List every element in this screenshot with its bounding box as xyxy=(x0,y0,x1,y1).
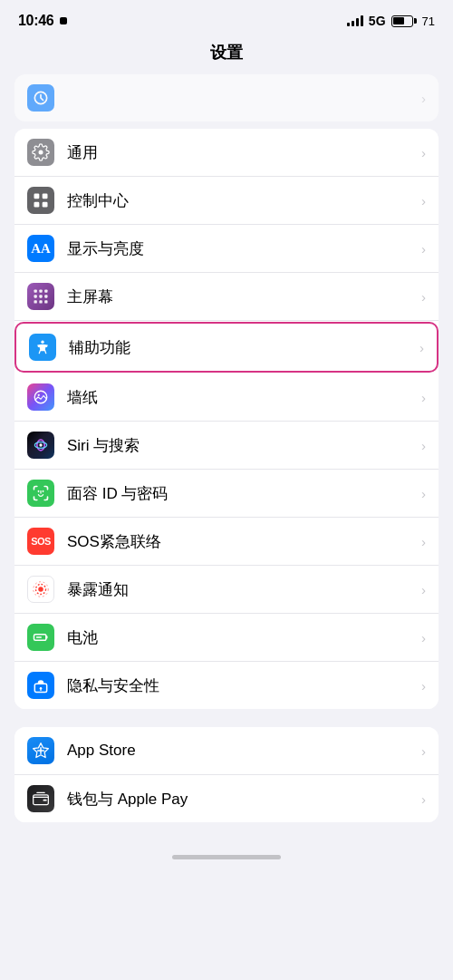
page-title: 设置 xyxy=(210,44,243,62)
svg-point-17 xyxy=(38,394,40,396)
home-screen-label: 主屏幕 xyxy=(67,286,416,307)
settings-group-2: App Store › 钱包与 Apple Pay › xyxy=(14,727,439,822)
recording-indicator xyxy=(60,17,67,24)
siri-label: Siri 与搜索 xyxy=(67,435,416,456)
accessibility-icon xyxy=(29,334,56,361)
svg-point-15 xyxy=(41,341,43,344)
general-chevron: › xyxy=(421,145,426,160)
item-wallet[interactable]: 钱包与 Apple Pay › xyxy=(14,775,439,822)
faceid-icon xyxy=(27,480,54,507)
general-icon xyxy=(27,139,54,166)
item-siri[interactable]: Siri 与搜索 › xyxy=(14,422,439,470)
control-center-chevron: › xyxy=(421,193,426,209)
svg-point-21 xyxy=(39,443,42,446)
partial-icon xyxy=(27,84,54,112)
wallet-chevron: › xyxy=(421,791,426,807)
network-type: 5G xyxy=(369,14,386,28)
item-sos[interactable]: SOS SOS紧急联络 › xyxy=(14,518,439,566)
appstore-chevron: › xyxy=(421,743,426,759)
battery-chevron: › xyxy=(421,630,426,645)
faceid-label: 面容 ID 与密码 xyxy=(67,483,416,504)
svg-point-22 xyxy=(38,587,43,592)
control-center-icon xyxy=(27,187,54,214)
item-battery[interactable]: 电池 › xyxy=(14,614,439,662)
item-accessibility[interactable]: 辅助功能 › xyxy=(14,322,439,373)
svg-rect-8 xyxy=(44,290,47,293)
svg-rect-26 xyxy=(36,636,42,638)
home-indicator xyxy=(0,840,453,867)
appstore-icon xyxy=(27,737,54,764)
partial-icon-svg xyxy=(32,89,50,107)
accessibility-label: 辅助功能 xyxy=(69,337,414,358)
battery-label: 电池 xyxy=(67,627,416,648)
battery-settings-icon xyxy=(27,624,54,651)
item-exposure[interactable]: 暴露通知 › xyxy=(14,566,439,614)
home-screen-chevron: › xyxy=(421,289,426,305)
appstore-label: App Store xyxy=(67,742,416,760)
wallpaper-label: 墙纸 xyxy=(67,387,416,408)
item-appstore[interactable]: App Store › xyxy=(14,727,439,775)
page-title-bar: 设置 xyxy=(0,34,453,74)
sos-label: SOS紧急联络 xyxy=(67,531,416,552)
svg-rect-2 xyxy=(34,194,40,199)
battery-percent: 71 xyxy=(422,15,435,28)
accessibility-chevron: › xyxy=(419,340,424,355)
item-privacy[interactable]: 隐私与安全性 › xyxy=(14,662,439,709)
display-label: 显示与亮度 xyxy=(67,238,416,259)
item-faceid[interactable]: 面容 ID 与密码 › xyxy=(14,470,439,518)
wallet-label: 钱包与 Apple Pay xyxy=(67,789,416,810)
svg-rect-11 xyxy=(44,295,47,297)
siri-chevron: › xyxy=(421,438,426,453)
svg-rect-13 xyxy=(39,300,42,303)
item-control-center[interactable]: 控制中心 › xyxy=(14,177,439,225)
battery-icon xyxy=(391,15,417,27)
exposure-label: 暴露通知 xyxy=(67,579,416,600)
signal-icon xyxy=(347,15,363,26)
svg-rect-14 xyxy=(44,300,47,303)
display-icon: AA xyxy=(27,235,54,262)
status-bar: 10:46 5G 71 xyxy=(0,0,453,34)
exposure-icon xyxy=(27,576,54,603)
svg-rect-6 xyxy=(34,290,37,293)
home-screen-icon xyxy=(27,283,54,310)
privacy-chevron: › xyxy=(421,678,426,694)
privacy-icon xyxy=(27,672,54,699)
settings-group-1: 通用 › 控制中心 › AA 显示与亮度 › xyxy=(14,129,439,709)
general-label: 通用 xyxy=(67,142,416,163)
home-bar xyxy=(172,855,281,859)
status-time: 10:46 xyxy=(18,13,53,29)
item-display[interactable]: AA 显示与亮度 › xyxy=(14,225,439,273)
wallpaper-chevron: › xyxy=(421,390,426,405)
display-chevron: › xyxy=(421,241,426,257)
svg-point-1 xyxy=(39,150,43,155)
privacy-label: 隐私与安全性 xyxy=(67,675,416,696)
partial-top-item: › xyxy=(14,74,439,121)
svg-rect-10 xyxy=(39,295,42,297)
item-general[interactable]: 通用 › xyxy=(14,129,439,177)
exposure-chevron: › xyxy=(421,582,426,597)
item-home-screen[interactable]: 主屏幕 › xyxy=(14,273,439,321)
wallpaper-icon xyxy=(27,383,54,411)
item-wallpaper[interactable]: 墙纸 › xyxy=(14,374,439,422)
siri-icon xyxy=(27,432,54,459)
status-right: 5G 71 xyxy=(347,14,435,28)
svg-rect-7 xyxy=(39,290,42,293)
svg-rect-9 xyxy=(34,295,37,297)
svg-rect-3 xyxy=(43,194,48,199)
svg-rect-5 xyxy=(43,202,48,208)
svg-rect-12 xyxy=(34,300,37,303)
partial-chevron: › xyxy=(421,91,426,106)
control-center-label: 控制中心 xyxy=(67,190,416,211)
svg-rect-4 xyxy=(34,202,40,208)
faceid-chevron: › xyxy=(421,486,426,501)
sos-chevron: › xyxy=(421,534,426,549)
sos-icon: SOS xyxy=(27,528,54,555)
wallet-icon xyxy=(27,785,54,812)
